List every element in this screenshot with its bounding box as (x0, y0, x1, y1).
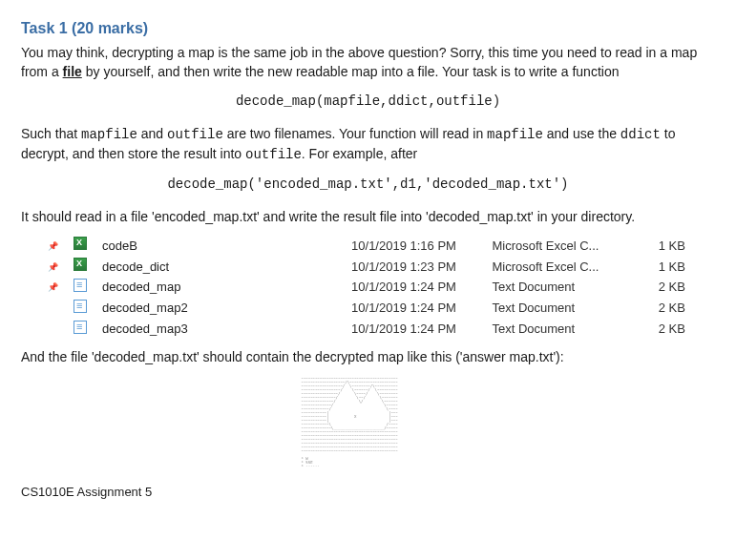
file-name: decoded_map3 (95, 320, 344, 341)
file-type: Microsoft Excel C... (484, 236, 650, 257)
pin-icon (40, 299, 66, 320)
file-name: codeB (95, 236, 344, 257)
intro-paragraph: You may think, decrypting a map is the s… (21, 43, 715, 82)
file-size: 1 KB (651, 257, 715, 278)
pin-icon: 📌 (40, 236, 66, 257)
file-date: 10/1/2019 1:16 PM (344, 236, 484, 257)
code-example-call: decode_map('encoded_map.txt',d1,'decoded… (21, 175, 715, 194)
description-paragraph: Such that mapfile and outfile are two fi… (21, 124, 715, 165)
file-size: 2 KB (651, 320, 715, 341)
pin-icon: 📌 (40, 257, 66, 278)
file-type: Text Document (484, 278, 650, 299)
result-paragraph: It should read in a file 'encoded_map.tx… (21, 207, 715, 226)
text-file-icon (66, 278, 95, 299)
output-paragraph: And the file 'decoded_map.txt' should co… (21, 347, 715, 366)
file-name: decoded_map (95, 278, 344, 299)
text-file-icon (66, 320, 95, 341)
file-type: Microsoft Excel C... (484, 257, 650, 278)
code-signature: decode_map(mapfile,ddict,outfile) (21, 92, 715, 111)
ascii-map-preview: ~~~~~~~~~~~~~~~~~~~~~~~~~~~~~~~~~~~~~~~~… (302, 377, 435, 468)
file-date: 10/1/2019 1:24 PM (344, 278, 484, 299)
table-row[interactable]: 📌decode_dict10/1/2019 1:23 PMMicrosoft E… (40, 257, 715, 278)
pin-icon (40, 320, 66, 341)
table-row[interactable]: decoded_map310/1/2019 1:24 PMText Docume… (40, 320, 715, 341)
file-type: Text Document (484, 299, 650, 320)
file-date: 10/1/2019 1:23 PM (344, 257, 484, 278)
table-row[interactable]: 📌decoded_map10/1/2019 1:24 PMText Docume… (40, 278, 715, 299)
excel-file-icon (66, 257, 95, 278)
ascii-art: ~~~~~~~~~~~~~~~~~~~~~~~~~~~~~~~~~~~~~~~~… (302, 377, 435, 468)
table-row[interactable]: 📌codeB10/1/2019 1:16 PMMicrosoft Excel C… (40, 236, 715, 257)
file-size: 1 KB (651, 236, 715, 257)
table-row[interactable]: decoded_map210/1/2019 1:24 PMText Docume… (40, 299, 715, 320)
excel-file-icon (66, 236, 95, 257)
text-file-icon (66, 299, 95, 320)
file-name: decode_dict (95, 257, 344, 278)
file-size: 2 KB (651, 299, 715, 320)
page-footer: CS1010E Assignment 5 (21, 484, 715, 502)
file-size: 2 KB (651, 278, 715, 299)
pin-icon: 📌 (40, 278, 66, 299)
file-list-table: 📌codeB10/1/2019 1:16 PMMicrosoft Excel C… (40, 236, 715, 340)
task-title: Task 1 (20 marks) (21, 17, 715, 39)
file-date: 10/1/2019 1:24 PM (344, 299, 484, 320)
file-name: decoded_map2 (95, 299, 344, 320)
file-type: Text Document (484, 320, 650, 341)
file-date: 10/1/2019 1:24 PM (344, 320, 484, 341)
